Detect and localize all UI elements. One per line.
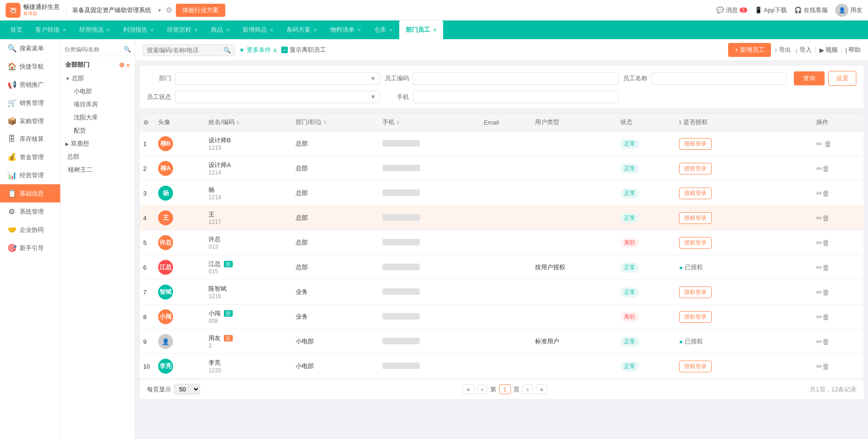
- edit-button[interactable]: ✏: [816, 288, 822, 296]
- sidebar-item-marketing[interactable]: 📢 营销推广: [0, 76, 60, 94]
- col-dept-pos[interactable]: 部门/职位 ⇅: [292, 113, 379, 132]
- tab-warehouse[interactable]: 仓库 ✕: [368, 21, 399, 39]
- sys-title-dropdown-icon[interactable]: ▼: [157, 7, 162, 13]
- tab-operations[interactable]: 经营情况 ✕: [73, 21, 117, 39]
- delete-button[interactable]: 🗑: [824, 140, 832, 148]
- dept-item-zhishu[interactable]: 植树王二: [61, 163, 135, 176]
- tab-profit[interactable]: 利润报告 ✕: [117, 21, 160, 39]
- filter-name-input[interactable]: [651, 72, 786, 85]
- online-support-button[interactable]: 🎧 在线客服: [794, 6, 828, 14]
- dept-add-icon[interactable]: ⊕: [119, 61, 125, 69]
- filter-status-select[interactable]: ▼: [175, 91, 380, 103]
- tab-bom[interactable]: 物料清单 ✕: [324, 21, 368, 39]
- sidebar-item-finance[interactable]: 💰 资金管理: [0, 148, 60, 166]
- next-page-button[interactable]: ›: [522, 384, 533, 394]
- filter-phone-input[interactable]: [413, 91, 618, 103]
- last-page-button[interactable]: »: [536, 384, 548, 394]
- sidebar-item-basic[interactable]: 📋 基础信息: [0, 184, 60, 202]
- dept-search-icon[interactable]: 🔍: [124, 46, 131, 53]
- edit-button[interactable]: ✏: [816, 165, 822, 173]
- col-phone[interactable]: 手机 ⇅: [379, 113, 480, 132]
- message-button[interactable]: 💬 消息 5: [716, 6, 747, 14]
- delete-button[interactable]: 🗑: [822, 165, 830, 173]
- delete-button[interactable]: 🗑: [822, 313, 830, 321]
- filter-dept-select[interactable]: ▼: [175, 72, 380, 85]
- app-download-button[interactable]: 📱 App下载: [755, 6, 787, 14]
- sidebar-item-collab[interactable]: 🤝 企业协同: [0, 221, 60, 239]
- sidebar-item-search[interactable]: 🔍 搜索菜单: [0, 39, 60, 57]
- dept-search-input[interactable]: [64, 46, 124, 53]
- dept-group-shuanglu[interactable]: ▶ 双鹿想: [61, 137, 135, 150]
- edit-button[interactable]: ✏: [816, 362, 822, 370]
- tab-history-close[interactable]: ✕: [194, 28, 198, 33]
- delete-button[interactable]: 🗑: [822, 288, 830, 296]
- set-button[interactable]: 设置: [828, 71, 856, 86]
- query-button[interactable]: 查询: [794, 71, 825, 85]
- auth-button[interactable]: 授权登录: [679, 163, 712, 174]
- view-button[interactable]: ▶ 视频: [819, 46, 838, 54]
- edit-button[interactable]: ✏: [816, 264, 822, 272]
- sidebar-item-sales[interactable]: 🛒 销售管理: [0, 94, 60, 112]
- show-resigned-toggle[interactable]: ✓ 显示离职员工: [281, 46, 326, 54]
- help-button[interactable]: | 帮助: [846, 46, 861, 54]
- sidebar-item-nav[interactable]: 🏠 快捷导航: [0, 57, 60, 76]
- tab-employees[interactable]: 部门员工 ✕: [399, 21, 443, 39]
- dept-collapse-icon[interactable]: «: [126, 61, 130, 69]
- tab-bom-close[interactable]: ✕: [357, 28, 361, 33]
- export-button[interactable]: ↑ 导出: [775, 46, 792, 54]
- delete-button[interactable]: 🗑: [822, 264, 830, 272]
- tab-history[interactable]: 经营历程 ✕: [160, 21, 204, 39]
- dept-item-peihuo[interactable]: 配货: [61, 124, 135, 137]
- auth-button[interactable]: 授权登录: [679, 188, 712, 199]
- col-name-code[interactable]: 姓名/编码 ⇅: [205, 113, 292, 132]
- tab-customer-close[interactable]: ✕: [62, 28, 66, 33]
- import-button[interactable]: ↓ 导入: [795, 46, 812, 54]
- dept-group-zongbu2[interactable]: 总部: [61, 150, 135, 163]
- sidebar-item-operations[interactable]: 📊 经营管理: [0, 166, 60, 184]
- current-page-number[interactable]: 1: [499, 384, 511, 394]
- auth-button[interactable]: 授权登录: [679, 237, 712, 249]
- sidebar-item-purchase[interactable]: 📦 采购管理: [0, 112, 60, 130]
- delete-button[interactable]: 🗑: [822, 239, 830, 247]
- sidebar-item-guide[interactable]: 🎯 新手引导: [0, 239, 60, 257]
- tab-warehouse-close[interactable]: ✕: [389, 28, 393, 33]
- prev-page-button[interactable]: ‹: [477, 384, 487, 394]
- edit-button[interactable]: ✏: [816, 338, 822, 346]
- delete-button[interactable]: 🗑: [822, 338, 830, 346]
- more-conditions-btn[interactable]: ▼ 更多条件 ∧: [239, 46, 278, 54]
- edit-button[interactable]: ✏: [816, 313, 822, 321]
- delete-button[interactable]: 🗑: [822, 362, 830, 370]
- tab-customer[interactable]: 客户联络 ✕: [29, 21, 73, 39]
- tab-goods-close[interactable]: ✕: [226, 28, 229, 33]
- tab-barcode[interactable]: 条码方案 ✕: [280, 21, 324, 39]
- sidebar-item-system[interactable]: ⚙ 系统管理: [0, 202, 60, 221]
- settings-icon[interactable]: ⚙: [166, 6, 172, 14]
- tab-barcode-close[interactable]: ✕: [313, 28, 317, 33]
- auth-button[interactable]: 授权登录: [679, 212, 712, 224]
- auth-button[interactable]: 授权登录: [679, 138, 712, 150]
- add-employee-button[interactable]: + 新增员工: [728, 43, 771, 57]
- sidebar-item-inventory[interactable]: 🗄 库存核算: [0, 130, 60, 148]
- emp-search-icon[interactable]: 🔍: [223, 47, 231, 54]
- tab-new-goods[interactable]: 新增商品 ✕: [236, 21, 280, 39]
- delete-button[interactable]: 🗑: [822, 189, 830, 197]
- show-resigned-checkbox[interactable]: ✓: [281, 47, 288, 53]
- user-menu[interactable]: 👤 用友: [835, 4, 862, 17]
- dept-item-project[interactable]: 项目库房: [61, 98, 135, 111]
- delete-button[interactable]: 🗑: [822, 214, 830, 222]
- edit-button[interactable]: ✏: [816, 140, 822, 148]
- emp-search-input[interactable]: [147, 47, 222, 54]
- dept-item-shenyang[interactable]: 沈阳大库: [61, 111, 135, 124]
- auth-button[interactable]: 授权登录: [679, 361, 712, 372]
- trial-button[interactable]: 体验行业方案: [176, 4, 225, 17]
- edit-button[interactable]: ✏: [816, 239, 822, 247]
- filter-code-input[interactable]: [413, 72, 618, 85]
- per-page-select[interactable]: 50 20 100: [174, 384, 200, 395]
- auth-button[interactable]: 授权登录: [679, 311, 712, 323]
- tab-profit-close[interactable]: ✕: [150, 28, 154, 33]
- edit-button[interactable]: ✏: [816, 214, 822, 222]
- tab-operations-close[interactable]: ✕: [106, 28, 110, 33]
- dept-item-xiaodian[interactable]: 小电部: [61, 85, 135, 98]
- first-page-button[interactable]: «: [462, 384, 474, 394]
- all-dept-label[interactable]: 全部部门: [65, 61, 90, 69]
